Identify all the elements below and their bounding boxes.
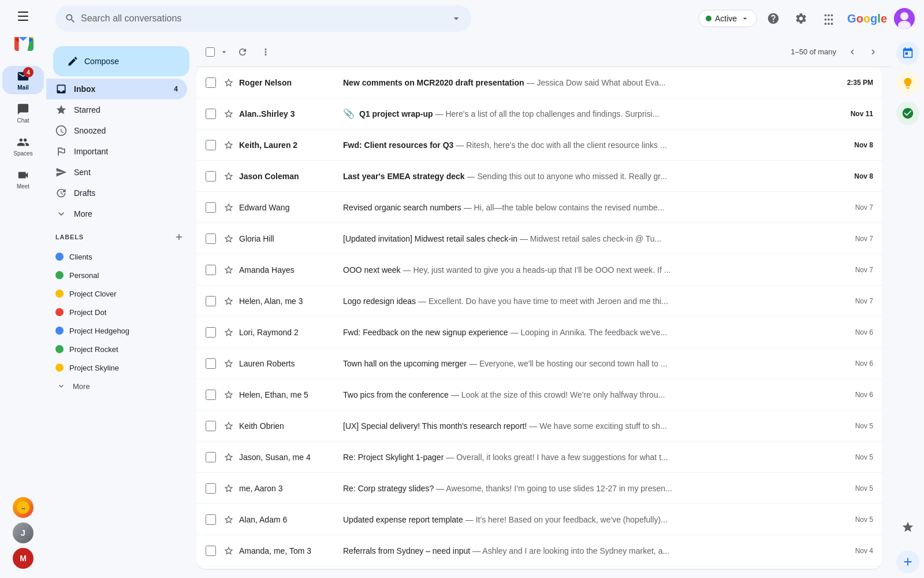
settings-btn[interactable]: [789, 7, 813, 30]
user-avatar[interactable]: [894, 8, 915, 29]
apps-btn[interactable]: [817, 7, 840, 30]
email-checkbox[interactable]: [206, 265, 216, 275]
star-btn[interactable]: [221, 75, 237, 91]
email-checkbox[interactable]: [206, 514, 216, 525]
label-item-project-rocket[interactable]: Project Rocket: [46, 340, 187, 358]
star-btn[interactable]: [221, 512, 237, 528]
email-row[interactable]: Amanda, me, Tom 3 Referrals from Sydney …: [196, 535, 882, 566]
email-checkbox[interactable]: [206, 171, 216, 181]
more-nav-item[interactable]: More: [46, 203, 187, 224]
star-btn[interactable]: [221, 387, 237, 403]
search-bar[interactable]: [55, 5, 471, 32]
email-row[interactable]: me, Aaron 3 Re: Corp strategy slides? Aw…: [196, 473, 882, 504]
star-btn[interactable]: [221, 293, 237, 309]
email-checkbox[interactable]: [206, 390, 216, 400]
star-icon-btn[interactable]: [896, 516, 919, 539]
search-dropdown-icon[interactable]: [450, 13, 462, 24]
email-checkbox[interactable]: [206, 109, 216, 119]
label-item-clients[interactable]: Clients: [46, 247, 187, 266]
nav-chat[interactable]: Chat: [2, 99, 44, 127]
calendar-icon-btn[interactable]: [896, 42, 919, 65]
next-page-btn[interactable]: [864, 43, 882, 61]
help-btn[interactable]: [762, 7, 785, 30]
email-checkbox[interactable]: [206, 77, 216, 88]
email-row[interactable]: Helen, Ethan, me 5 Two pics from the con…: [196, 379, 882, 410]
prev-page-btn[interactable]: [843, 43, 862, 61]
refresh-btn[interactable]: [233, 43, 252, 61]
avatar-1[interactable]: 😀: [13, 497, 33, 518]
email-subject: Logo redesign ideas: [343, 297, 416, 306]
email-checkbox[interactable]: [206, 202, 216, 213]
star-btn[interactable]: [221, 418, 237, 434]
email-time: Nov 6: [839, 328, 873, 336]
star-btn[interactable]: [221, 480, 237, 497]
email-checkbox[interactable]: [206, 234, 216, 244]
active-status-btn[interactable]: Active: [698, 10, 757, 27]
avatar-2[interactable]: J: [13, 523, 33, 543]
email-row[interactable]: Alan, Adam 6 Updated expense report temp…: [196, 504, 882, 535]
more-chevron-icon: [55, 208, 67, 220]
star-btn[interactable]: [221, 543, 237, 559]
sent-nav-item[interactable]: Sent: [46, 162, 187, 183]
label-item-project-hedgehog[interactable]: Project Hedgehog: [46, 321, 187, 340]
more-options-btn[interactable]: [256, 43, 275, 61]
label-item-project-clover[interactable]: Project Clover: [46, 284, 187, 303]
avatar-3[interactable]: M: [13, 548, 33, 569]
email-checkbox[interactable]: [206, 452, 216, 462]
select-all-checkbox[interactable]: [206, 47, 215, 57]
add-icon-btn[interactable]: [896, 550, 919, 573]
email-row[interactable]: Lauren Roberts Town hall on the upcoming…: [196, 348, 882, 379]
drafts-nav-item[interactable]: Drafts: [46, 183, 187, 203]
star-btn[interactable]: [221, 199, 237, 216]
email-row[interactable]: Helen, Alan, me 3 Logo redesign ideas Ex…: [196, 286, 882, 317]
add-label-btn[interactable]: [171, 229, 187, 245]
email-row[interactable]: Keith Obrien [UX] Special delivery! This…: [196, 410, 882, 442]
email-row[interactable]: Jason Coleman Last year's EMEA strategy …: [196, 161, 882, 192]
email-sender: Lori, Raymond 2: [239, 328, 343, 337]
snoozed-nav-item[interactable]: Snoozed: [46, 120, 187, 141]
email-checkbox[interactable]: [206, 296, 216, 306]
snoozed-icon: [55, 125, 67, 136]
star-btn[interactable]: [221, 324, 237, 340]
labels-more-item[interactable]: More: [46, 377, 196, 395]
email-row[interactable]: Roger Nelson New comments on MCR2020 dra…: [196, 67, 882, 98]
star-btn[interactable]: [221, 106, 237, 122]
email-checkbox[interactable]: [206, 483, 216, 494]
email-row[interactable]: Keith, Lauren 2 Fwd: Client resources fo…: [196, 129, 882, 161]
search-input[interactable]: [81, 13, 446, 24]
email-row[interactable]: Amanda Hayes OOO next week Hey, just wan…: [196, 254, 882, 286]
star-btn[interactable]: [221, 355, 237, 372]
label-dot: [55, 345, 64, 353]
star-btn[interactable]: [221, 449, 237, 465]
tasks-icon-btn[interactable]: [896, 102, 919, 125]
keep-icon-btn[interactable]: [896, 72, 919, 95]
star-btn[interactable]: [221, 262, 237, 278]
nav-meet[interactable]: Meet: [2, 165, 44, 193]
nav-spaces[interactable]: Spaces: [2, 132, 44, 160]
email-row[interactable]: Alan..Shirley 3 📎 Q1 project wrap-up Her…: [196, 98, 882, 129]
starred-nav-item[interactable]: Starred: [46, 99, 187, 120]
email-row[interactable]: Jason, Susan, me 4 Re: Project Skylight …: [196, 442, 882, 473]
email-checkbox[interactable]: [206, 358, 216, 369]
important-nav-item[interactable]: Important: [46, 141, 187, 162]
email-row[interactable]: Lori, Raymond 2 Fwd: Feedback on the new…: [196, 317, 882, 348]
email-row[interactable]: Janice Castro Checking in re: Boston Hey…: [196, 566, 882, 569]
nav-mail[interactable]: 4 Mail: [2, 66, 44, 94]
label-item-project-dot[interactable]: Project Dot: [46, 303, 187, 321]
select-dropdown-icon[interactable]: [219, 47, 229, 57]
star-btn[interactable]: [221, 231, 237, 247]
star-btn[interactable]: [221, 137, 237, 153]
email-checkbox[interactable]: [206, 140, 216, 150]
inbox-nav-item[interactable]: Inbox 4: [46, 79, 187, 99]
email-sender: Helen, Ethan, me 5: [239, 390, 343, 399]
email-checkbox[interactable]: [206, 546, 216, 556]
compose-button[interactable]: Compose: [53, 46, 189, 76]
label-item-personal[interactable]: Personal: [46, 266, 187, 284]
email-checkbox[interactable]: [206, 327, 216, 338]
star-btn[interactable]: [221, 168, 237, 184]
email-row[interactable]: Edward Wang Revised organic search numbe…: [196, 192, 882, 223]
email-checkbox[interactable]: [206, 421, 216, 431]
label-item-project-skyline[interactable]: Project Skyline: [46, 358, 187, 377]
menu-icon[interactable]: [12, 6, 34, 27]
email-row[interactable]: Gloria Hill [Updated invitation] Midwest…: [196, 223, 882, 254]
